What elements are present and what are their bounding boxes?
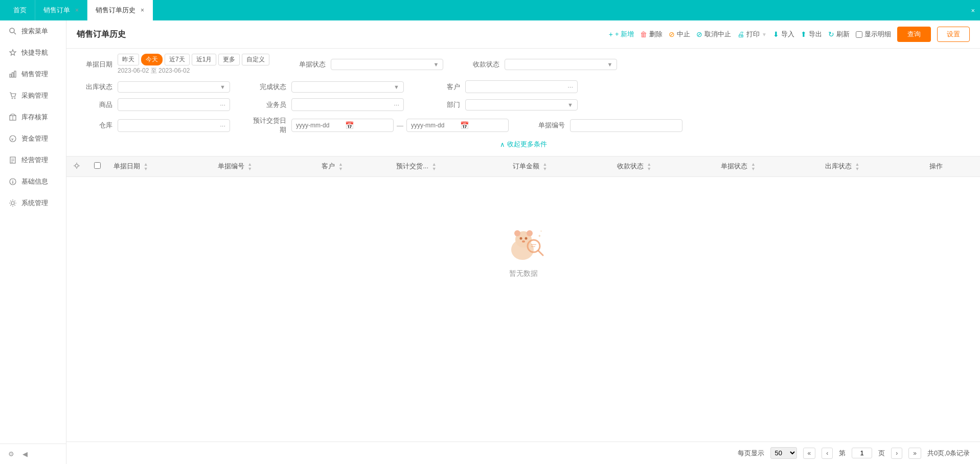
th-amount[interactable]: 订单金额 ▲▼ bbox=[507, 157, 611, 176]
sidebar-item-system[interactable]: 系统管理 bbox=[0, 192, 66, 214]
th-settings[interactable] bbox=[66, 157, 87, 176]
date-btn-custom[interactable]: 自定义 bbox=[242, 54, 269, 65]
last-page-button[interactable]: » bbox=[908, 448, 921, 459]
th-bill-no[interactable]: 单据编号 ▲▼ bbox=[212, 157, 316, 176]
next-page-button[interactable]: › bbox=[891, 448, 902, 459]
th-receipt-status[interactable]: 收款状态 ▲▼ bbox=[611, 157, 715, 176]
sidebar-item-sales[interactable]: 销售管理 bbox=[0, 63, 66, 85]
close-tab-sales-order-history[interactable]: × bbox=[141, 7, 144, 14]
filter-area: 单据日期 昨天 今天 近7天 近1月 更多 自定义 2023-06-02 至 2… bbox=[66, 49, 980, 157]
toolbar: + + 新增 🗑 删除 ⊘ 中止 ⊘ 取消中止 🖨 打印 bbox=[609, 27, 970, 42]
th-expected-date[interactable]: 预计交货... ▲▼ bbox=[390, 157, 507, 176]
bill-no-input[interactable] bbox=[570, 119, 682, 132]
warehouse-select[interactable]: ··· bbox=[118, 119, 230, 132]
import-button[interactable]: ⬇ 导入 bbox=[773, 30, 794, 39]
table-footer: 每页显示 50 20 100 200 « ‹ 第 页 › » 共0页,0条记录 bbox=[66, 441, 980, 464]
receipt-status-select[interactable]: ▼ bbox=[505, 59, 617, 70]
delete-button[interactable]: 🗑 删除 bbox=[640, 30, 663, 39]
settings-button[interactable]: 设置 bbox=[937, 27, 970, 42]
out-status-label: 出库状态 bbox=[77, 82, 118, 92]
th-date[interactable]: 单据日期 ▲▼ bbox=[107, 157, 212, 176]
page-number-input[interactable] bbox=[852, 448, 872, 458]
content-area: 销售订单历史 + + 新增 🗑 删除 ⊘ 中止 ⊘ 取消中止 bbox=[66, 20, 980, 464]
complete-status-arrow-icon: ▼ bbox=[394, 84, 399, 90]
filter-row-3: 商品 ··· 业务员 ··· 部门 ▼ bbox=[77, 98, 970, 111]
salesperson-select[interactable]: ··· bbox=[291, 98, 404, 111]
sort-amount-icon: ▲▼ bbox=[543, 162, 548, 171]
sidebar-item-quick-nav[interactable]: 快捷导航 bbox=[0, 42, 66, 63]
page-title: 销售订单历史 bbox=[77, 29, 126, 40]
export-button[interactable]: ⬆ 导出 bbox=[801, 30, 822, 39]
collapse-button[interactable]: ∧ 收起更多条件 bbox=[77, 140, 970, 149]
chart-icon bbox=[8, 70, 17, 79]
svg-point-6 bbox=[12, 98, 13, 99]
import-icon: ⬇ bbox=[773, 30, 779, 38]
print-button[interactable]: 🖨 打印 ▼ bbox=[737, 30, 767, 39]
expected-date-start-input[interactable]: 📅 bbox=[291, 119, 394, 132]
th-customer[interactable]: 客户 ▲▼ bbox=[315, 157, 390, 176]
display-details-input[interactable] bbox=[856, 31, 862, 38]
prev-page-button[interactable]: ‹ bbox=[822, 448, 833, 459]
date-range-display: 2023-06-02 至 2023-06-02 bbox=[118, 67, 269, 75]
department-arrow-icon: ▼ bbox=[567, 102, 573, 108]
svg-point-7 bbox=[14, 98, 15, 99]
bill-status-select[interactable]: ▼ bbox=[331, 59, 443, 70]
empty-text: 暂无数据 bbox=[509, 269, 538, 278]
calendar-start-icon: 📅 bbox=[345, 121, 354, 129]
page-label: 第 bbox=[839, 449, 846, 458]
date-label: 单据日期 bbox=[77, 60, 118, 69]
department-select[interactable]: ▼ bbox=[465, 99, 578, 111]
th-operation: 操作 bbox=[923, 157, 980, 176]
date-btn-1month[interactable]: 近1月 bbox=[192, 54, 217, 65]
date-btn-more[interactable]: 更多 bbox=[218, 54, 240, 65]
display-details-checkbox[interactable]: 显示明细 bbox=[856, 30, 891, 39]
svg-text:¥: ¥ bbox=[11, 137, 14, 142]
tab-home[interactable]: 首页 bbox=[5, 0, 35, 20]
cancel-stop-button[interactable]: ⊘ 取消中止 bbox=[696, 30, 731, 39]
stop-button[interactable]: ⊘ 中止 bbox=[669, 30, 690, 39]
sidebar-item-purchase[interactable]: 采购管理 bbox=[0, 85, 66, 106]
svg-text:✦: ✦ bbox=[538, 234, 541, 238]
goods-select[interactable]: ··· bbox=[118, 98, 230, 111]
th-checkbox[interactable] bbox=[87, 157, 107, 176]
th-out-status[interactable]: 出库状态 ▲▼ bbox=[819, 157, 923, 176]
date-btn-today[interactable]: 今天 bbox=[141, 54, 163, 65]
sidebar-item-basic-info[interactable]: 基础信息 bbox=[0, 171, 66, 192]
complete-status-select[interactable]: ▼ bbox=[291, 81, 404, 93]
empty-illustration: ✦ ✦ bbox=[498, 218, 549, 269]
select-all-checkbox[interactable] bbox=[94, 162, 101, 169]
page-suffix-label: 页 bbox=[878, 449, 885, 458]
first-page-button[interactable]: « bbox=[803, 448, 816, 459]
tab-sales-order-history[interactable]: 销售订单历史 × bbox=[87, 0, 153, 20]
sidebar-item-operations[interactable]: 经营管理 bbox=[0, 149, 66, 171]
svg-point-25 bbox=[519, 237, 522, 239]
calendar-end-icon: 📅 bbox=[460, 121, 469, 129]
refresh-button[interactable]: ↻ 刷新 bbox=[828, 30, 850, 39]
out-status-select[interactable]: ▼ bbox=[118, 81, 230, 93]
sidebar-item-finance[interactable]: ¥ 资金管理 bbox=[0, 128, 66, 149]
date-btn-yesterday[interactable]: 昨天 bbox=[118, 54, 139, 65]
customer-select[interactable]: ··· bbox=[465, 80, 578, 93]
th-bill-status[interactable]: 单据状态 ▲▼ bbox=[715, 157, 819, 176]
date-btn-7days[interactable]: 近7天 bbox=[165, 54, 190, 65]
top-bar-actions: × bbox=[971, 7, 975, 14]
svg-rect-3 bbox=[10, 74, 11, 77]
close-tab-sales-order[interactable]: × bbox=[75, 7, 79, 14]
sidebar: 搜索菜单 快捷导航 销售管理 采购管理 库存核算 bbox=[0, 20, 66, 464]
info-icon bbox=[8, 177, 17, 186]
complete-status-label: 完成状态 bbox=[250, 82, 291, 92]
settings-bottom-icon[interactable]: ⚙ bbox=[8, 450, 14, 458]
per-page-select[interactable]: 50 20 100 200 bbox=[770, 447, 797, 459]
query-button[interactable]: 查询 bbox=[897, 27, 931, 42]
refresh-icon: ↻ bbox=[828, 30, 834, 38]
collapse-sidebar-icon[interactable]: ◀ bbox=[22, 450, 28, 458]
sidebar-item-search[interactable]: 搜索菜单 bbox=[0, 20, 66, 42]
svg-point-27 bbox=[522, 240, 525, 242]
tab-sales-order[interactable]: 销售订单 × bbox=[35, 0, 87, 20]
coin-icon: ¥ bbox=[8, 134, 17, 143]
expected-date-end-input[interactable]: 📅 bbox=[406, 119, 509, 132]
add-button[interactable]: + + 新增 bbox=[609, 30, 634, 39]
window-close-btn[interactable]: × bbox=[971, 7, 975, 14]
sidebar-item-inventory[interactable]: 库存核算 bbox=[0, 106, 66, 128]
star-icon bbox=[8, 48, 17, 57]
